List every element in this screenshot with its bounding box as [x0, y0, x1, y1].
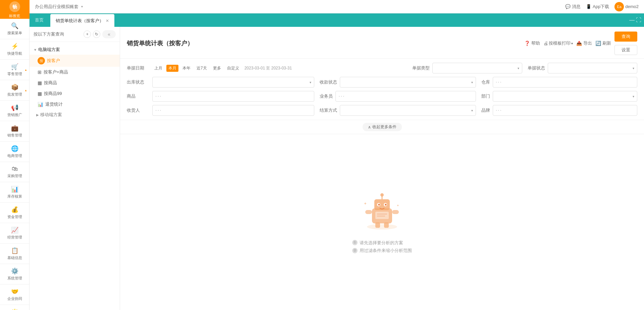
refresh-scheme-button[interactable]: ↻ — [93, 31, 100, 38]
sidebar-item-wholesale[interactable]: 📦 批发管理 — [0, 80, 29, 101]
app-download-button[interactable]: 📱 App下载 — [586, 4, 609, 10]
consignee-select[interactable]: ··· — [152, 105, 314, 116]
empty-step-2: ② 用过滤条件来缩小分析范围 — [352, 247, 412, 254]
settlement-select[interactable]: ▾ — [340, 105, 476, 116]
brand-select[interactable]: ··· — [493, 105, 637, 116]
scheme-by-customer[interactable]: 按 按客户 — [30, 55, 120, 67]
ecommerce-icon: 🌐 — [11, 145, 18, 152]
retail-icon: 🛒 — [11, 63, 18, 70]
step2-num: ② — [352, 248, 358, 253]
sidebar-item-inventory[interactable]: 📊 库存核算 — [0, 182, 29, 203]
sidebar: 畅 标推览 🔍 搜索菜单 ⚡ 快捷导航 🛒 零售管理 📦 批发管理 📢 营销推广… — [0, 0, 30, 310]
collapse-panel-button[interactable]: « — [102, 30, 116, 38]
doc-type-select[interactable]: ▾ — [432, 63, 522, 73]
username: demo2 — [625, 4, 639, 9]
department-select[interactable]: ▾ — [493, 91, 637, 102]
date-shortcut-this-year[interactable]: 本年 — [180, 65, 193, 72]
tab-minimize-button[interactable]: — — [629, 17, 635, 23]
tab-close-button[interactable]: ✕ — [106, 18, 109, 23]
app-title-dropdown-arrow[interactable]: ▾ — [81, 5, 83, 8]
sales-stats-tab-label: 销货单统计表（按客户） — [56, 18, 104, 24]
app-title: 办公用品行业模拟账套 — [35, 4, 78, 10]
sidebar-item-sales[interactable]: 💼 销售管理 — [0, 121, 29, 142]
sidebar-item-retail[interactable]: 🛒 零售管理 — [0, 60, 29, 80]
add-scheme-button[interactable]: + — [84, 31, 91, 38]
sidebar-nav: 🔍 搜索菜单 ⚡ 快捷导航 🛒 零售管理 📦 批发管理 📢 营销推广 💼 销售管… — [0, 19, 29, 310]
scheme-by-goods-label: 按商品 — [44, 80, 57, 86]
date-shortcut-last-month[interactable]: 上月 — [152, 65, 164, 72]
user-menu[interactable]: Ea demo2 — [614, 2, 639, 11]
tab-home[interactable]: 首页 — [30, 13, 49, 27]
doc-status-col: 单据状态 ▾ — [528, 63, 637, 73]
date-range-text: 2023-03-01 至 2023-03-31 — [245, 65, 292, 71]
sidebar-item-newbie[interactable]: 🌟 新手引导 — [0, 305, 29, 310]
svg-rect-12 — [392, 210, 399, 214]
collapse-more-button[interactable]: ∧ 收起更多条件 — [363, 123, 402, 131]
sidebar-item-finance[interactable]: 💰 资金管理 — [0, 203, 29, 223]
sidebar-item-purchase[interactable]: 🛍 采购管理 — [0, 162, 29, 182]
sidebar-item-basic-info[interactable]: 📋 基础信息 — [0, 244, 29, 264]
left-panel: 按以下方案查询 + ↻ « ▼ 电脑端方案 — [30, 27, 120, 310]
desktop-group-header[interactable]: ▼ 电脑端方案 — [30, 45, 120, 55]
sidebar-item-marketing[interactable]: 📢 营销推广 — [0, 101, 29, 121]
svg-point-7 — [378, 204, 380, 205]
scheme-customer-goods[interactable]: ⊞ 按客户+商品 — [30, 67, 120, 78]
settings-button[interactable]: 设置 — [614, 45, 637, 55]
scheme-by-goods[interactable]: ▦ 按商品 — [30, 78, 120, 88]
page-title-bar: 销货单统计表（按客户） ❓ 帮助 🖨 按模板打印 ▾ 📤 导出 — [120, 27, 644, 59]
svg-rect-11 — [365, 210, 372, 214]
scheme-return-stats[interactable]: 📊 退货统计 — [30, 99, 120, 110]
doc-status-select[interactable]: ▾ — [548, 63, 637, 73]
sidebar-item-quick-nav[interactable]: ⚡ 快捷导航 — [0, 39, 29, 60]
export-button[interactable]: 📤 导出 — [576, 40, 592, 46]
brand-label: 品牌 — [481, 107, 490, 113]
active-indicator: 按 — [38, 57, 45, 64]
settlement-col: 结算方式 ▾ — [320, 105, 476, 116]
operations-icon: 📈 — [11, 226, 18, 234]
phone-icon: 📱 — [586, 4, 591, 9]
sales-icon: 💼 — [11, 124, 18, 132]
goods-select[interactable]: ··· — [152, 91, 314, 102]
warehouse-col: 仓库 ··· — [481, 77, 637, 88]
sidebar-item-enterprise[interactable]: 🤝 企业协同 — [0, 285, 29, 305]
sidebar-item-ecommerce[interactable]: 🌐 电商管理 — [0, 142, 29, 162]
print-button[interactable]: 🖨 按模板打印 ▾ — [543, 40, 573, 46]
table2-icon: ▦ — [38, 91, 42, 96]
goods-label: 商品 — [127, 93, 147, 99]
quick-nav-icon: ⚡ — [11, 43, 18, 50]
payment-status-select[interactable]: ▾ — [340, 77, 476, 88]
salesperson-select[interactable]: ··· — [335, 91, 476, 102]
tab-sales-stats[interactable]: 销货单统计表（按客户） ✕ — [50, 14, 114, 28]
date-shortcut-7days[interactable]: 近7天 — [195, 65, 209, 72]
content-area: 按以下方案查询 + ↻ « ▼ 电脑端方案 — [30, 27, 644, 310]
desktop-group-label: 电脑端方案 — [38, 47, 60, 53]
help-label: 帮助 — [531, 40, 540, 46]
page-actions: ❓ 帮助 🖨 按模板打印 ▾ 📤 导出 🔄 刷新 — [524, 32, 637, 55]
mobile-group-header[interactable]: ▶ 移动端方案 — [30, 110, 120, 120]
sidebar-item-search[interactable]: 🔍 搜索菜单 — [0, 19, 29, 39]
scheme-by-goods-99[interactable]: ▦ 按商品99 — [30, 88, 120, 99]
msg-button[interactable]: 💬 消息 — [565, 4, 581, 10]
out-status-select[interactable]: ▾ — [152, 77, 314, 88]
date-shortcut-more[interactable]: 更多 — [211, 65, 223, 72]
chevron-left-icon: « — [108, 32, 110, 37]
tab-maximize-button[interactable]: ⛶ — [636, 17, 641, 23]
date-shortcut-this-month[interactable]: 本月 — [166, 65, 178, 72]
warehouse-select[interactable]: ··· — [493, 77, 637, 88]
table-icon: ▦ — [38, 80, 42, 86]
sidebar-item-system[interactable]: ⚙️ 系统管理 — [0, 264, 29, 285]
export-icon: 📤 — [576, 41, 582, 46]
query-button[interactable]: 查询 — [614, 32, 637, 42]
refresh-button[interactable]: 🔄 刷新 — [595, 40, 611, 46]
inventory-icon: 📊 — [11, 186, 18, 193]
help-button[interactable]: ❓ 帮助 — [524, 40, 540, 46]
filter-row-goods: 商品 ··· 业务员 ··· 部门 ▾ — [127, 91, 637, 102]
print-icon: 🖨 — [543, 41, 548, 46]
doc-type-col: 单据类型 ▾ — [412, 63, 522, 73]
out-status-label: 出库状态 — [127, 79, 147, 85]
date-shortcut-custom[interactable]: 自定义 — [225, 65, 241, 72]
empty-step-1: ① 请先选择要分析的方案 — [352, 239, 412, 247]
app-logo[interactable]: 畅 标推览 — [0, 0, 30, 19]
sidebar-item-operations[interactable]: 📈 经营管理 — [0, 223, 29, 244]
desktop-group: ▼ 电脑端方案 按 按客户 ⊞ 按客户+商品 — [30, 45, 120, 110]
